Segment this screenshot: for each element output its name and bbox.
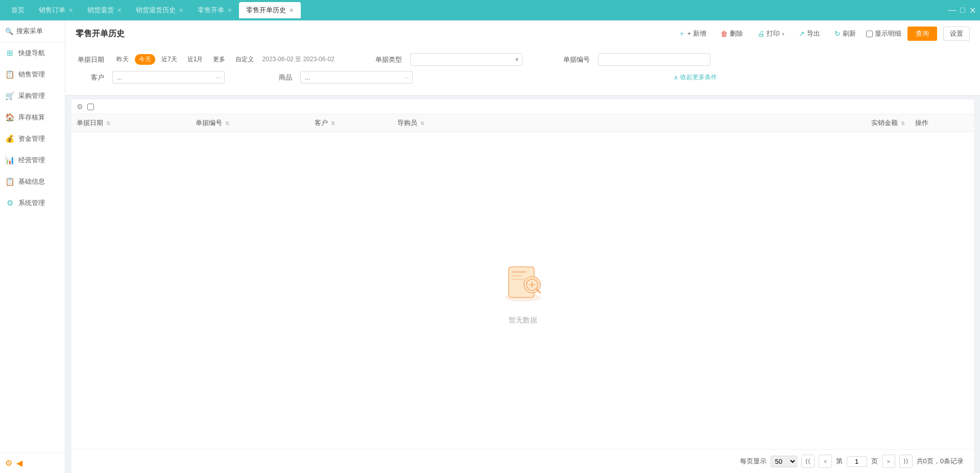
- date-quick-select: 昨天 今天 近7天 近1月 更多 自定义 2023-06-02 至 2023-0…: [112, 54, 334, 65]
- tab-retail-open-history-close[interactable]: ✕: [289, 7, 294, 14]
- delete-icon: 🗑: [721, 30, 728, 38]
- tab-retail-open-close[interactable]: ✕: [227, 7, 232, 14]
- sidebar-item-finance[interactable]: 💰 资金管理: [0, 128, 65, 150]
- table-settings-icon[interactable]: ⚙: [77, 103, 83, 111]
- sidebar-item-sys-mgmt[interactable]: ⚙ 系统管理: [0, 192, 65, 214]
- add-icon: ＋: [678, 29, 685, 38]
- customer-filter-input[interactable]: [113, 71, 212, 83]
- col-customer-sort[interactable]: ⇅: [331, 120, 335, 126]
- sidebar-item-basic-info[interactable]: 📋 基础信息: [0, 171, 65, 192]
- svg-rect-3: [511, 275, 522, 277]
- date-1month[interactable]: 近1月: [183, 54, 207, 65]
- number-filter-input[interactable]: [598, 53, 710, 66]
- sidebar-item-basic-info-label: 基础信息: [18, 177, 45, 186]
- current-page-input[interactable]: [847, 456, 867, 467]
- filter-row-1: 单据日期 昨天 今天 近7天 近1月 更多 自定义 2023-06-02 至 2…: [76, 53, 970, 66]
- tab-sales-return-close[interactable]: ✕: [117, 7, 122, 14]
- goods-more-icon[interactable]: ···: [400, 73, 412, 81]
- tab-sales-order-close[interactable]: ✕: [68, 7, 73, 14]
- refresh-button[interactable]: ↻ 刷新: [830, 27, 860, 40]
- next-page-btn[interactable]: ＞: [882, 455, 895, 468]
- type-filter-label: 单据类型: [373, 55, 402, 64]
- type-select-wrap: ▾: [410, 53, 522, 66]
- close-icon[interactable]: ✕: [969, 6, 976, 15]
- date-7days[interactable]: 近7天: [157, 54, 181, 65]
- sidebar-item-purchase-mgmt[interactable]: 🛒 采购管理: [0, 85, 65, 107]
- minimize-icon[interactable]: —: [948, 6, 956, 15]
- select-all-checkbox[interactable]: [87, 104, 94, 110]
- sidebar-item-sales-mgmt-label: 销售管理: [18, 70, 45, 79]
- tab-home[interactable]: 首页: [4, 2, 32, 18]
- settings-gear-icon[interactable]: ⚙: [5, 458, 12, 468]
- sidebar: 🔍 搜索采单 ⊞ 快捷导航 📋 销售管理 🛒 采购管理 🏠 库存核算 💰 资金管…: [0, 20, 65, 473]
- sidebar-item-inventory-label: 库存核算: [18, 113, 45, 122]
- print-button[interactable]: 🖨 打印 ▾: [753, 27, 788, 40]
- table-toolbar: ⚙: [71, 99, 974, 114]
- sidebar-item-sales-mgmt[interactable]: 📋 销售管理: [0, 64, 65, 85]
- first-page-btn[interactable]: ⟨⟨: [801, 455, 815, 468]
- per-page-select[interactable]: 50 100 200: [771, 456, 797, 467]
- col-customer[interactable]: 客户 ⇅: [309, 114, 392, 132]
- print-dropdown-icon[interactable]: ▾: [782, 31, 784, 37]
- customer-more-icon[interactable]: ···: [212, 73, 224, 81]
- sidebar-item-ops-mgmt[interactable]: 📊 经营管理: [0, 150, 65, 171]
- col-date-label: 单据日期: [77, 119, 103, 127]
- tab-sales-return-history-close[interactable]: ✕: [179, 7, 183, 14]
- col-amount[interactable]: 实销金额 ⇅: [493, 114, 910, 132]
- date-today[interactable]: 今天: [135, 54, 155, 65]
- last-page-btn[interactable]: ⟩⟩: [899, 455, 913, 468]
- page-label: 第: [836, 457, 843, 466]
- prev-page-btn[interactable]: ＜: [819, 455, 832, 468]
- date-custom[interactable]: 自定义: [231, 54, 258, 65]
- col-amount-sort[interactable]: ⇅: [901, 120, 905, 126]
- type-select-input[interactable]: [411, 54, 512, 65]
- tab-sales-order-label: 销售订单: [39, 6, 65, 15]
- col-date-sort[interactable]: ⇅: [106, 120, 110, 126]
- sys-mgmt-icon: ⚙: [5, 198, 14, 208]
- export-button[interactable]: ↗ 导出: [795, 27, 824, 40]
- type-dropdown-icon[interactable]: ▾: [512, 56, 522, 63]
- col-guide-sort[interactable]: ⇅: [420, 120, 424, 126]
- tab-sales-return-history[interactable]: 销货退货历史 ✕: [129, 2, 190, 18]
- goods-filter-input[interactable]: [301, 71, 400, 83]
- customer-select-wrap: ···: [112, 71, 225, 84]
- col-guide[interactable]: 导购员 ⇅: [392, 114, 493, 132]
- tab-sales-return[interactable]: 销货退货 ✕: [80, 2, 129, 18]
- tab-sales-order[interactable]: 销售订单 ✕: [32, 2, 80, 18]
- sidebar-item-purchase-mgmt-label: 采购管理: [18, 91, 45, 101]
- sidebar-item-finance-label: 资金管理: [18, 134, 45, 143]
- query-button[interactable]: 查询: [907, 27, 937, 41]
- page-content: ⚙ 单据日期 ⇅ 单据编号 ⇅: [65, 95, 980, 473]
- tab-retail-open-history-label: 零售开单历史: [246, 6, 286, 15]
- export-label: 导出: [807, 29, 820, 38]
- quick-nav-icon: ⊞: [5, 48, 14, 58]
- collapse-sidebar-icon[interactable]: ◀: [16, 458, 22, 468]
- content-area: 零售开单历史 ＋ + 新增 🗑 删除 🖨 打印 ▾: [65, 20, 980, 473]
- page-header: 零售开单历史 ＋ + 新增 🗑 删除 🖨 打印 ▾: [65, 20, 980, 95]
- sidebar-item-ops-mgmt-label: 经营管理: [18, 156, 45, 165]
- settings-button[interactable]: 设置: [943, 27, 970, 41]
- refresh-label: 刷新: [843, 29, 856, 38]
- col-action: 操作: [910, 114, 974, 132]
- delete-label: 删除: [730, 29, 743, 38]
- search-icon: 🔍: [5, 28, 13, 35]
- sidebar-item-quick-nav[interactable]: ⊞ 快捷导航: [0, 42, 65, 64]
- sales-mgmt-icon: 📋: [5, 70, 14, 79]
- sidebar-item-inventory[interactable]: 🏠 库存核算: [0, 107, 65, 128]
- collapse-up-icon: ∧: [674, 74, 678, 81]
- delete-button[interactable]: 🗑 删除: [716, 27, 747, 40]
- maximize-icon[interactable]: □: [960, 6, 965, 15]
- col-number-sort[interactable]: ⇅: [225, 120, 229, 126]
- show-detail-checkbox[interactable]: [866, 31, 873, 37]
- col-number[interactable]: 单据编号 ⇅: [190, 114, 309, 132]
- date-yesterday[interactable]: 昨天: [112, 54, 133, 65]
- sidebar-search[interactable]: 🔍 搜索采单: [0, 20, 65, 42]
- date-more[interactable]: 更多: [209, 54, 229, 65]
- show-detail-checkbox-group[interactable]: 显示明细: [866, 29, 901, 38]
- col-date[interactable]: 单据日期 ⇅: [71, 114, 190, 132]
- tab-retail-open[interactable]: 零售开单 ✕: [190, 2, 239, 18]
- tab-retail-open-history[interactable]: 零售开单历史 ✕: [239, 2, 301, 18]
- print-icon: 🖨: [757, 30, 764, 38]
- add-button[interactable]: ＋ + 新增: [674, 27, 710, 40]
- collapse-filter-button[interactable]: ∧ 收起更多条件: [670, 72, 721, 83]
